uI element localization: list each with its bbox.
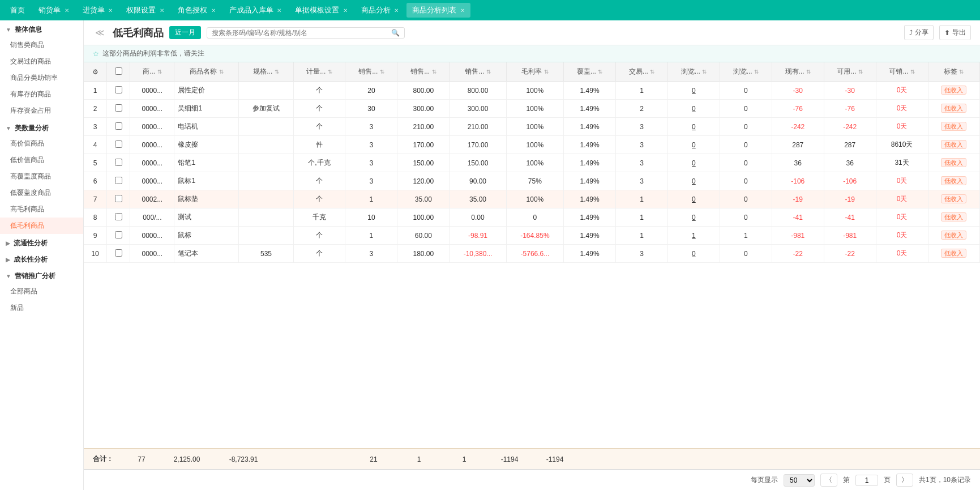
nav-close-goods-analysis[interactable]: ✕ [394,7,399,14]
col-gross-margin[interactable]: 毛利率 ⇅ [506,62,563,82]
cell-browse1[interactable]: 0 [667,245,720,263]
col-sales-amount[interactable]: 销售... ⇅ [397,62,450,82]
sidebar-item-capital[interactable]: 库存资金占用 [0,103,83,119]
row-checkbox[interactable] [115,249,122,257]
col-current[interactable]: 现有... ⇅ [772,62,824,82]
time-filter-button[interactable]: 近一月 [169,26,201,39]
col-saleable[interactable]: 可销... ⇅ [876,62,928,82]
sidebar-group-growth[interactable]: ▶成长性分析 [0,250,83,267]
col-sales-qty[interactable]: 销售... ⇅ [345,62,397,82]
search-input[interactable] [212,29,389,37]
browse1-link[interactable]: 0 [692,214,696,221]
col-spec[interactable]: 规格... ⇅ [239,62,293,82]
nav-goods-analysis-list[interactable]: 商品分析列表 ✕ [406,3,470,18]
col-tag[interactable]: 标签 ⇅ [928,62,979,82]
nav-close-permission[interactable]: ✕ [160,7,164,14]
select-all-checkbox[interactable] [115,67,122,75]
cell-checkbox[interactable] [107,136,130,154]
cell-checkbox[interactable] [107,227,130,245]
col-checkbox[interactable] [107,62,130,82]
page-size-select[interactable]: 50 100 200 [784,474,815,487]
nav-template[interactable]: 单据模板设置 ✕ [289,3,353,18]
col-name[interactable]: 商品名称 ⇅ [174,62,239,82]
sidebar-item-high-value[interactable]: 高价值商品 [0,135,83,152]
cell-browse1[interactable]: 0 [667,154,720,172]
browse1-link[interactable]: 0 [692,105,696,113]
share-button[interactable]: ⤴ 分享 [904,25,934,40]
sidebar-item-new-goods[interactable]: 新品 [0,300,83,316]
export-button[interactable]: ⬆ 导出 [939,25,971,40]
sidebar-item-traded-goods[interactable]: 交易过的商品 [0,53,83,70]
col-available[interactable]: 可用... ⇅ [824,62,876,82]
col-browse2[interactable]: 浏览... ⇅ [720,62,772,82]
nav-close-product-entry[interactable]: ✕ [277,7,281,14]
col-coverage[interactable]: 覆盖... ⇅ [564,62,616,82]
sidebar-group-marketing[interactable]: ▼营销推广分析 [0,267,83,283]
browse1-link[interactable]: 0 [692,250,696,258]
browse1-link[interactable]: 0 [692,159,696,167]
cell-browse1[interactable]: 0 [667,172,720,190]
sidebar-item-all-goods[interactable]: 全部商品 [0,283,83,300]
cell-browse1[interactable]: 0 [667,208,720,227]
row-checkbox[interactable] [115,104,122,112]
cell-checkbox[interactable] [107,208,130,227]
nav-close-sales[interactable]: ✕ [65,7,69,14]
page-number-input[interactable] [855,475,878,486]
col-browse1[interactable]: 浏览... ⇅ [667,62,720,82]
browse1-link[interactable]: 0 [692,123,696,131]
cell-checkbox[interactable] [107,82,130,100]
nav-close-role[interactable]: ✕ [211,7,216,14]
col-transactions[interactable]: 交易... ⇅ [616,62,668,82]
sidebar-item-stock-goods[interactable]: 有库存的商品 [0,86,83,103]
cell-checkbox[interactable] [107,172,130,190]
cell-browse1[interactable]: 1 [667,227,720,245]
col-settings[interactable]: ⚙ [84,62,107,82]
sidebar-item-low-value[interactable]: 低价值商品 [0,152,83,168]
col-unit[interactable]: 计量... ⇅ [293,62,345,82]
nav-product-entry[interactable]: 产成品入库单 ✕ [224,3,288,18]
cell-browse1[interactable]: 0 [667,100,720,118]
sidebar-group-quantity[interactable]: ▼美数量分析 [0,119,83,135]
sidebar-group-overall[interactable]: ▼整体信息 [0,20,83,37]
row-checkbox[interactable] [115,159,122,166]
cell-checkbox[interactable] [107,100,130,118]
cell-checkbox[interactable] [107,154,130,172]
cell-checkbox[interactable] [107,190,130,208]
nav-role[interactable]: 角色授权 ✕ [172,3,221,18]
col-sales-profit[interactable]: 销售... ⇅ [450,62,506,82]
row-checkbox[interactable] [115,195,122,202]
cell-browse1[interactable]: 0 [667,118,720,136]
sidebar-item-high-margin[interactable]: 高毛利商品 [0,201,83,218]
nav-home[interactable]: 首页 [5,3,31,18]
browse1-link[interactable]: 0 [692,87,696,95]
cell-browse1[interactable]: 0 [667,82,720,100]
cell-browse1[interactable]: 0 [667,136,720,154]
browse1-link[interactable]: 0 [692,195,696,203]
nav-close-template[interactable]: ✕ [343,7,348,14]
browse1-link[interactable]: 0 [692,141,696,149]
sidebar-item-low-coverage[interactable]: 低覆盖度商品 [0,185,83,201]
sidebar-item-sales-goods[interactable]: 销售类商品 [0,37,83,53]
row-checkbox[interactable] [115,231,122,238]
browse1-link[interactable]: 1 [692,232,696,240]
cell-checkbox[interactable] [107,118,130,136]
nav-goods-analysis[interactable]: 商品分析 ✕ [356,3,405,18]
nav-permission[interactable]: 权限设置 ✕ [121,3,170,18]
nav-close-goods-analysis-list[interactable]: ✕ [460,7,465,14]
collapse-sidebar-button[interactable]: ≪ [93,27,107,38]
nav-purchase[interactable]: 进货单 ✕ [77,3,119,18]
row-checkbox[interactable] [115,122,122,130]
col-code[interactable]: 商... ⇅ [130,62,174,82]
prev-page-button[interactable]: 〈 [820,474,837,487]
nav-close-purchase[interactable]: ✕ [108,7,113,14]
nav-sales[interactable]: 销货单 ✕ [33,3,75,18]
sidebar-item-category-rate[interactable]: 商品分类助销率 [0,70,83,86]
row-checkbox[interactable] [115,140,122,148]
sidebar-item-high-coverage[interactable]: 高覆盖度商品 [0,168,83,185]
sidebar-group-flow[interactable]: ▶流通性分析 [0,234,83,250]
row-checkbox[interactable] [115,86,122,93]
cell-checkbox[interactable] [107,245,130,263]
sidebar-item-low-margin[interactable]: 低毛利商品 [0,218,83,234]
row-checkbox[interactable] [115,213,122,220]
row-checkbox[interactable] [115,177,122,184]
